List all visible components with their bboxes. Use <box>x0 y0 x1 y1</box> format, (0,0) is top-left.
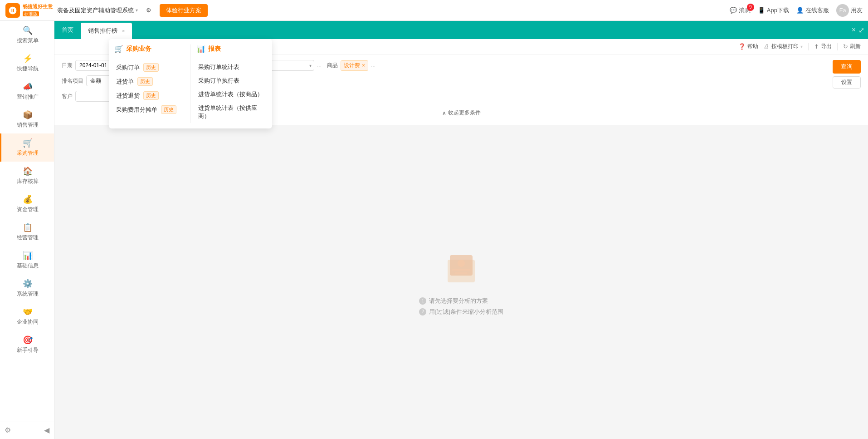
sidebar-item-guide[interactable]: 🎯 新手引导 <box>0 330 54 359</box>
menu-item-receive-by-supplier[interactable]: 进货单统计表（按供应商） <box>196 101 267 123</box>
sidebar-collapse-btn[interactable]: ◀ <box>44 426 49 434</box>
logo-text: 畅捷通好生意 标准版 <box>23 3 53 17</box>
menu-item-receive-by-goods[interactable]: 进货单统计表（按商品） <box>196 88 267 101</box>
phone-icon: 📱 <box>758 7 765 14</box>
sidebar: 🔍 搜索菜单 ⚡ 快捷导航 📣 营销推广 📦 销售管理 🛒 采购管理 <box>0 21 54 439</box>
sidebar-item-system[interactable]: ⚙️ 系统管理 <box>0 274 54 302</box>
search-icon: 🔍 <box>23 25 33 35</box>
sales-icon: 📦 <box>23 110 33 120</box>
guide-icon: 🎯 <box>23 335 33 345</box>
report-section-header: 📊 报表 <box>196 44 267 56</box>
online-service-btn[interactable]: 👤 在线客服 <box>796 6 829 15</box>
menu-item-receive[interactable]: 进货单 历史 <box>114 74 185 89</box>
quick-nav-icon: ⚡ <box>23 54 33 64</box>
sidebar-item-enterprise[interactable]: 🤝 企业协同 <box>0 302 54 330</box>
sidebar-footer: ⚙ ◀ <box>0 421 54 439</box>
purchase-icon: 🛒 <box>23 138 33 148</box>
sidebar-item-purchase[interactable]: 🛒 采购管理 <box>0 133 54 162</box>
sidebar-nav: 🔍 搜索菜单 ⚡ 快捷导航 📣 营销推广 📦 销售管理 🛒 采购管理 <box>0 21 54 421</box>
messages-btn[interactable]: 💬 消息 9 <box>730 6 751 15</box>
message-icon: 💬 <box>730 7 737 14</box>
top-bar-right: 💬 消息 9 📱 App下载 👤 在线客服 Ea 用友 <box>730 4 863 17</box>
report-section-icon: 📊 <box>196 44 205 53</box>
service-icon: 👤 <box>796 7 804 14</box>
content-area: 首页 销售排行榜 × × ⤢ ❓ 帮助 🖨 <box>54 21 868 439</box>
sidebar-item-finance[interactable]: 💰 资金管理 <box>0 190 54 218</box>
operations-icon: 📋 <box>23 222 33 232</box>
purchase-section-header: 🛒 采购业务 <box>114 44 185 56</box>
sidebar-item-marketing[interactable]: 📣 营销推广 <box>0 77 54 105</box>
dropdown-menu: 🛒 采购业务 采购订单 历史 进货单 历史 进货退货 历史 <box>109 39 272 128</box>
menu-item-return[interactable]: 进货退货 历史 <box>114 89 185 103</box>
menu-item-purchase-order[interactable]: 采购订单 历史 <box>114 60 185 74</box>
sidebar-item-inventory[interactable]: 🏠 库存核算 <box>0 162 54 190</box>
finance-icon: 💰 <box>23 194 33 204</box>
system-dropdown-arrow[interactable]: ▾ <box>136 8 138 13</box>
system-icon: ⚙️ <box>23 279 33 289</box>
sidebar-item-quick-nav[interactable]: ⚡ 快捷导航 <box>0 49 54 77</box>
sidebar-item-basic-info[interactable]: 📊 基础信息 <box>0 246 54 274</box>
top-bar: 畅捷通好生意 标准版 装备及固定资产辅助管理系统 ▾ ⚙ 体验行业方案 💬 消息… <box>0 0 868 21</box>
purchase-menu-section: 🛒 采购业务 采购订单 历史 进货单 历史 进货退货 历史 <box>114 44 185 123</box>
avatar: Ea <box>836 4 849 17</box>
app-download-btn[interactable]: 📱 App下载 <box>758 6 789 15</box>
marketing-icon: 📣 <box>23 82 33 92</box>
sidebar-item-search[interactable]: 🔍 搜索菜单 <box>0 21 54 49</box>
user-btn[interactable]: Ea 用友 <box>836 4 863 17</box>
purchase-section-icon: 🛒 <box>114 44 123 53</box>
messages-badge: 9 <box>747 4 754 11</box>
logo-icon <box>5 3 20 18</box>
menu-item-expense[interactable]: 采购费用分摊单 历史 <box>114 103 185 117</box>
sidebar-item-operations[interactable]: 📋 经营管理 <box>0 218 54 246</box>
logo-area: 畅捷通好生意 标准版 <box>5 3 53 18</box>
inventory-icon: 🏠 <box>23 166 33 176</box>
sidebar-settings-btn[interactable]: ⚙ <box>5 426 11 434</box>
sidebar-item-sales[interactable]: 📦 销售管理 <box>0 105 54 133</box>
system-name: 装备及固定资产辅助管理系统 ▾ <box>57 6 138 15</box>
menu-item-order-stats[interactable]: 采购订单统计表 <box>196 60 267 74</box>
menu-divider <box>190 44 191 123</box>
report-menu-section: 📊 报表 采购订单统计表 采购订单执行表 进货单统计表（按商品） 进货单统计表（… <box>196 44 267 123</box>
basic-info-icon: 📊 <box>23 251 33 261</box>
industry-btn[interactable]: 体验行业方案 <box>160 4 208 17</box>
enterprise-icon: 🤝 <box>23 307 33 317</box>
menu-item-order-exec[interactable]: 采购订单执行表 <box>196 74 267 88</box>
settings-icon-btn[interactable]: ⚙ <box>142 4 155 17</box>
